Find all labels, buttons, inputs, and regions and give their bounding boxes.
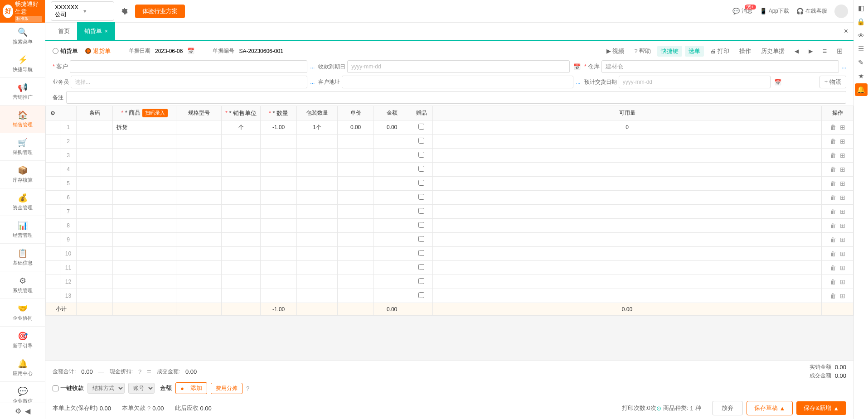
row-gift-cell[interactable]	[410, 289, 433, 303]
grid-view-button[interactable]: ⊞	[833, 45, 846, 57]
row-amount-cell[interactable]	[374, 177, 410, 191]
row-unit-price-cell[interactable]	[338, 289, 374, 303]
prev-button[interactable]: ◀	[791, 47, 802, 56]
notification-button[interactable]: 💬 消息 99+	[732, 7, 752, 15]
row-product-cell[interactable]	[113, 149, 176, 163]
row-unit-price-cell[interactable]	[338, 233, 374, 247]
gift-checkbox[interactable]	[418, 180, 424, 186]
side-panel-btn-4[interactable]: ☰	[855, 43, 868, 55]
operate-button[interactable]: 操作	[736, 46, 755, 57]
row-gift-cell[interactable]	[410, 149, 433, 163]
row-gift-cell[interactable]	[410, 120, 433, 135]
tab-home[interactable]: 首页	[51, 22, 77, 40]
sidebar-item-collab[interactable]: 🤝 企业协同	[0, 299, 45, 327]
gift-checkbox[interactable]	[418, 194, 424, 200]
side-panel-btn-6[interactable]: ★	[855, 70, 868, 82]
row-spec-cell[interactable]	[176, 275, 222, 289]
row-unit-price-cell[interactable]: 0.00	[338, 120, 374, 135]
payment-date-input[interactable]: yyyy-mm-dd	[347, 60, 569, 73]
row-unit-price-cell[interactable]	[338, 205, 374, 219]
row-copy-button[interactable]: ⊞	[839, 137, 846, 146]
warehouse-more-button[interactable]: ...	[842, 63, 846, 70]
sidebar-item-inventory[interactable]: 📦 库存核算	[0, 161, 45, 188]
row-unit-cell[interactable]	[222, 275, 261, 289]
row-copy-button[interactable]: ⊞	[839, 179, 846, 188]
delivery-calendar-icon[interactable]: 📅	[774, 79, 781, 86]
gift-checkbox[interactable]	[418, 124, 424, 130]
row-unit-cell[interactable]	[222, 149, 261, 163]
row-barcode-cell[interactable]	[77, 275, 113, 289]
save-new-button[interactable]: 保存&新增 ▲	[796, 401, 846, 415]
row-gift-cell[interactable]	[410, 247, 433, 261]
row-unit-cell[interactable]	[222, 247, 261, 261]
row-gift-cell[interactable]	[410, 191, 433, 205]
row-gift-cell[interactable]	[410, 163, 433, 177]
online-service-button[interactable]: 🎧 在线客服	[796, 7, 827, 15]
sidebar-collapse-icon[interactable]: ◀	[25, 407, 30, 415]
row-delete-button[interactable]: 🗑	[829, 123, 837, 132]
sidebar-item-guide[interactable]: 🎯 新手引导	[0, 327, 45, 354]
row-pkg-qty-cell[interactable]	[297, 261, 338, 275]
warehouse-input[interactable]: 建材仓	[601, 60, 839, 73]
sidebar-item-system[interactable]: ⚙ 系统管理	[0, 271, 45, 299]
radio-sale-order[interactable]: 销货单	[53, 47, 78, 55]
header-settings-button[interactable]	[118, 5, 131, 18]
row-barcode-cell[interactable]	[77, 163, 113, 177]
discount-info-icon[interactable]: ?	[138, 368, 141, 375]
row-pkg-qty-cell[interactable]	[297, 149, 338, 163]
row-amount-cell[interactable]	[374, 261, 410, 275]
row-unit-price-cell[interactable]	[338, 219, 374, 233]
row-qty-cell[interactable]	[261, 275, 297, 289]
row-product-cell[interactable]	[113, 247, 176, 261]
radio-sale-input[interactable]	[53, 48, 58, 54]
side-panel-btn-7[interactable]: 🔔	[855, 83, 868, 96]
row-pkg-qty-cell[interactable]	[297, 205, 338, 219]
delivery-date-input[interactable]: yyyy-mm-dd	[619, 76, 771, 88]
one-click-payment[interactable]: 一键收款	[53, 384, 84, 392]
row-copy-button[interactable]: ⊞	[839, 277, 846, 286]
row-pkg-qty-cell[interactable]	[297, 135, 338, 149]
row-unit-price-cell[interactable]	[338, 149, 374, 163]
row-product-cell[interactable]	[113, 261, 176, 275]
discard-button[interactable]: 放弃	[712, 401, 743, 415]
row-barcode-cell[interactable]	[77, 135, 113, 149]
row-delete-button[interactable]: 🗑	[829, 151, 837, 160]
row-pkg-qty-cell[interactable]: 1个	[297, 120, 338, 135]
row-qty-cell[interactable]	[261, 247, 297, 261]
gift-checkbox[interactable]	[418, 292, 424, 298]
row-spec-cell[interactable]	[176, 261, 222, 275]
bank-account-select[interactable]: 账号	[128, 383, 155, 394]
remark-input[interactable]	[66, 91, 846, 104]
row-spec-cell[interactable]	[176, 120, 222, 135]
calendar-icon[interactable]: 📅	[187, 48, 194, 54]
row-product-cell[interactable]	[113, 191, 176, 205]
row-pkg-qty-cell[interactable]	[297, 247, 338, 261]
row-unit-price-cell[interactable]	[338, 163, 374, 177]
row-delete-button[interactable]: 🗑	[829, 207, 837, 216]
row-unit-cell[interactable]: 个	[222, 120, 261, 135]
row-barcode-cell[interactable]	[77, 177, 113, 191]
sidebar-item-basic[interactable]: 📋 基础信息	[0, 244, 45, 271]
one-click-checkbox[interactable]	[53, 385, 58, 391]
gift-checkbox[interactable]	[418, 222, 424, 228]
row-copy-button[interactable]: ⊞	[839, 249, 846, 258]
row-pkg-qty-cell[interactable]	[297, 163, 338, 177]
row-unit-price-cell[interactable]	[338, 261, 374, 275]
row-copy-button[interactable]: ⊞	[839, 193, 846, 202]
row-delete-button[interactable]: 🗑	[829, 263, 837, 272]
row-product-cell[interactable]	[113, 233, 176, 247]
row-gift-cell[interactable]	[410, 261, 433, 275]
row-spec-cell[interactable]	[176, 205, 222, 219]
save-draft-button[interactable]: 保存草稿 ▲	[747, 401, 793, 415]
row-unit-cell[interactable]	[222, 261, 261, 275]
customer-more-button[interactable]: ...	[310, 63, 315, 70]
row-delete-button[interactable]: 🗑	[829, 277, 837, 286]
row-copy-button[interactable]: ⊞	[839, 151, 846, 160]
row-amount-cell[interactable]	[374, 289, 410, 303]
row-unit-cell[interactable]	[222, 135, 261, 149]
side-panel-btn-2[interactable]: 🔒	[855, 15, 868, 28]
row-delete-button[interactable]: 🗑	[829, 165, 837, 174]
row-qty-cell[interactable]	[261, 135, 297, 149]
row-unit-price-cell[interactable]	[338, 275, 374, 289]
row-qty-cell[interactable]	[261, 149, 297, 163]
